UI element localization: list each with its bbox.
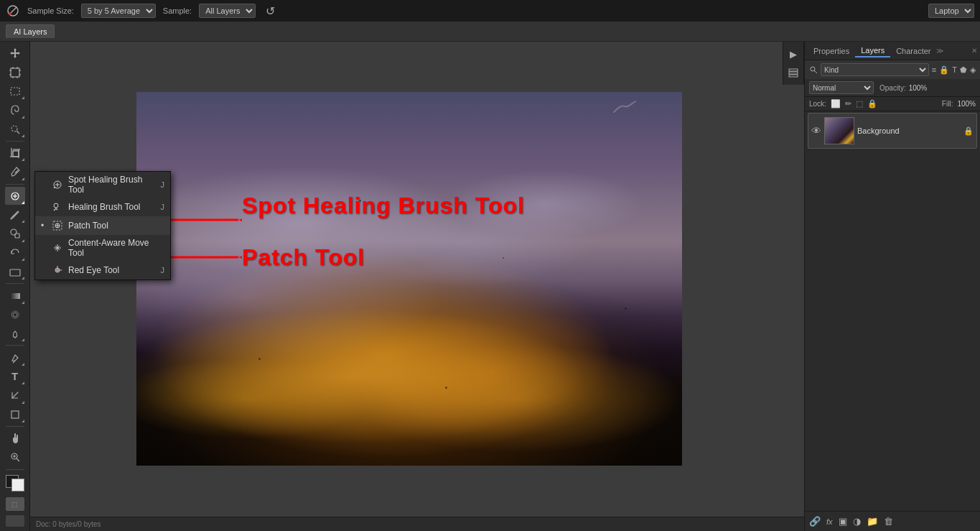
sample-select[interactable]: All Layers — [199, 4, 256, 18]
toolbar-divider-3 — [6, 283, 24, 284]
layers-bottom-bar: 🔗 fx ▣ ◑ 📁 🗑 — [805, 511, 980, 531]
tab-ai-layers[interactable]: AI Layers — [6, 24, 55, 38]
tool-icon — [6, 4, 20, 18]
workspace-select[interactable]: Laptop — [928, 4, 974, 18]
lock-paint-icon[interactable]: ✏ — [845, 99, 851, 108]
opacity-value: 100% — [909, 84, 928, 92]
spot-healing-label: Spot Healing Brush Tool — [68, 175, 157, 195]
clone-tool-btn[interactable] — [5, 225, 25, 242]
layers-filter-icon: ≡ — [932, 65, 936, 74]
color-box[interactable] — [6, 475, 24, 491]
dust-spot-3 — [625, 308, 627, 310]
content-aware-label: Content-Aware Move Tool — [68, 238, 160, 258]
workspace-area: Laptop — [928, 4, 974, 18]
svg-rect-58 — [789, 72, 798, 74]
opacity-label: Opacity: — [879, 84, 906, 92]
eraser-tool-btn[interactable] — [5, 263, 25, 280]
lasso-tool-btn[interactable] — [5, 101, 25, 119]
shape-tool-btn[interactable] — [5, 406, 25, 423]
path-select-tool-btn[interactable] — [5, 387, 25, 404]
layer-lock-icon: 🔒 — [963, 126, 974, 136]
svg-rect-19 — [13, 151, 19, 157]
menu-item-patch-tool[interactable]: • Patch Tool — [35, 216, 170, 235]
artboard-tool-btn[interactable] — [5, 63, 25, 80]
layers-search-bar: Kind ≡ 🔒 T ⬟ ◈ — [805, 60, 980, 79]
menu-item-content-aware[interactable]: Content-Aware Move Tool — [35, 235, 170, 261]
link-icon[interactable]: 🔗 — [809, 516, 821, 527]
lock-all-icon[interactable]: 🔒 — [867, 99, 877, 108]
layer-row-background[interactable]: 👁 Background 🔒 — [808, 113, 977, 149]
red-eye-label: Red Eye Tool — [68, 265, 157, 275]
menu-item-healing-brush[interactable]: Healing Brush Tool J — [35, 198, 170, 216]
tab-properties[interactable]: Properties — [808, 45, 855, 57]
secondary-bar: AI Layers — [0, 22, 980, 42]
eyedropper-tool-btn[interactable] — [5, 163, 25, 180]
svg-rect-26 — [10, 269, 20, 276]
right-panel: Properties Layers Character ≫ ✕ Kind ≡ 🔒… — [804, 42, 980, 531]
zoom-tool-btn[interactable] — [5, 448, 25, 466]
panel-layers-btn[interactable] — [785, 65, 801, 80]
layers-kind-dropdown[interactable]: Kind — [821, 63, 929, 76]
tab-layers[interactable]: Layers — [855, 45, 890, 57]
quick-select-tool-btn[interactable] — [5, 121, 25, 138]
background-color[interactable] — [11, 479, 24, 491]
lock-label: Lock: — [809, 100, 826, 108]
sample-size-select[interactable]: 5 by 5 Average — [81, 4, 156, 18]
move-tool-btn[interactable] — [5, 45, 25, 62]
type-tool-btn[interactable]: T — [5, 368, 25, 385]
sample-label: Sample: — [163, 6, 192, 15]
brush-stroke-mark — [610, 98, 639, 119]
menu-item-spot-healing[interactable]: Spot Healing Brush Tool J — [35, 172, 170, 198]
lock-artboard-icon[interactable]: ⬚ — [856, 99, 863, 108]
folder-icon[interactable]: 📁 — [867, 516, 878, 527]
svg-line-61 — [814, 70, 817, 73]
lock-transparency-icon[interactable]: ⬜ — [831, 99, 841, 108]
toolbar-divider-2 — [6, 184, 24, 185]
layer-visibility-icon[interactable]: 👁 — [811, 125, 821, 137]
blend-mode-select[interactable]: Normal — [809, 81, 874, 94]
content-aware-icon — [51, 241, 64, 254]
svg-point-40 — [54, 203, 58, 208]
healing-brush-icon — [51, 200, 64, 213]
svg-line-34 — [17, 458, 19, 461]
canvas-image[interactable] — [136, 92, 682, 466]
top-bar: Sample Size: 5 by 5 Average Sample: All … — [0, 0, 980, 22]
layers-lock-icon: 🔒 — [939, 65, 949, 75]
fx-icon[interactable]: fx — [826, 517, 833, 526]
pen-tool-btn[interactable] — [5, 348, 25, 366]
marquee-tool-btn[interactable] — [5, 83, 25, 100]
panel-play-btn[interactable]: ▶ — [785, 46, 801, 62]
dodge-tool-btn[interactable] — [5, 325, 25, 342]
layers-smart-icon: ◈ — [970, 65, 976, 75]
adj-layer-icon[interactable]: ◑ — [853, 516, 861, 527]
trash-icon[interactable]: 🗑 — [884, 516, 893, 527]
screen-mode-btn[interactable] — [6, 515, 24, 527]
toolbar-divider-1 — [6, 141, 24, 142]
red-eye-shortcut: J — [161, 266, 165, 274]
brush-tool-btn[interactable] — [5, 206, 25, 223]
panel-close-icon[interactable]: ✕ — [971, 47, 977, 55]
spot-healing-icon — [51, 178, 64, 191]
svg-rect-3 — [11, 68, 19, 77]
spot-healing-shortcut: J — [161, 180, 165, 189]
healing-tool-btn[interactable] — [5, 187, 25, 204]
layers-type-icon: T — [952, 65, 957, 74]
svg-rect-57 — [789, 69, 798, 71]
tab-character[interactable]: Character — [890, 45, 936, 57]
panel-expand-icon[interactable]: ≫ — [936, 47, 943, 55]
refresh-icon[interactable]: ↺ — [266, 4, 275, 18]
hand-tool-btn[interactable] — [5, 430, 25, 447]
toolbar-divider-4 — [6, 345, 24, 346]
canvas-area[interactable]: Spot Healing Brush Tool Patch Tool — [30, 42, 804, 531]
type-icon: T — [11, 370, 18, 382]
history-brush-btn[interactable] — [5, 244, 25, 262]
gradient-tool-btn[interactable] — [5, 287, 25, 304]
menu-item-red-eye[interactable]: Red Eye Tool J — [35, 261, 170, 280]
quick-mask-btn[interactable]: ⬚ — [6, 497, 24, 511]
dust-spot-2 — [503, 257, 504, 259]
patch-tool-icon — [51, 219, 64, 232]
layers-content: Kind ≡ 🔒 T ⬟ ◈ Normal Opacity: 100% Lock… — [805, 60, 980, 511]
blur-tool-btn[interactable] — [5, 306, 25, 323]
crop-tool-btn[interactable] — [5, 144, 25, 162]
mask-icon[interactable]: ▣ — [839, 516, 847, 527]
